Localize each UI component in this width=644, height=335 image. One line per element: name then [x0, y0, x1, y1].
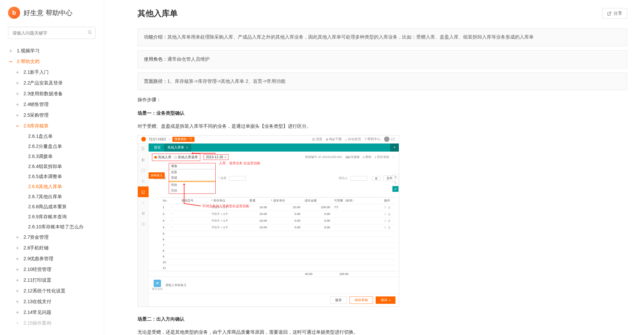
plus-icon [15, 80, 20, 86]
help-icon: ? 帮助中心 [365, 137, 381, 142]
nav-2-7[interactable]: 2.7资金管理 [15, 232, 96, 243]
share-label: 分享 [613, 10, 622, 16]
plus-icon [15, 102, 20, 107]
delete-icon: 🗑 [388, 212, 391, 216]
scene1-title: 场景一：业务类型确认 [138, 109, 627, 117]
tool-shortcut: ⌨ 快捷键 [345, 155, 360, 159]
nav-label: 2.12系统个性化设置 [23, 288, 65, 294]
rail-icon: ◐ [138, 154, 149, 165]
ss-type-box: 其他入库 其他入库退库 [152, 154, 200, 161]
search-input[interactable] [8, 27, 96, 39]
nav-2-6-6[interactable]: 2.6.6其他入库单 [28, 182, 96, 192]
nav-label: 2.8手机旺铺 [23, 245, 49, 251]
share-button[interactable]: 分享 [602, 8, 627, 19]
table-row: 6 [161, 236, 395, 242]
dd-selected: 请选 [169, 163, 215, 169]
nav-2-6-3[interactable]: 2.6.3调拨单 [28, 152, 96, 162]
nav-label: 2.帮助文档 [17, 59, 40, 65]
nav-label: 2.6.2分量盘点单 [28, 144, 62, 150]
filter-label: 经办人 [339, 176, 348, 180]
nav-label: 2.3使用前数据准备 [23, 91, 63, 97]
nav-docs[interactable]: 2.帮助文档 [8, 56, 96, 67]
nav-2-2[interactable]: 2.2产品安装及登录 [15, 78, 96, 89]
intro-text: 其他入库单用来处理除采购入库、产成品入库之外的其他入库业务，因此其他入库单可处理… [167, 34, 534, 40]
th-no: No. [161, 198, 169, 204]
ss-side-icons: ⊞ ✎ ⤢ [392, 174, 399, 192]
dd-item: 其他 [169, 188, 215, 193]
remark-label: 备注信息 [152, 287, 163, 291]
nav-2-11[interactable]: 2.11打印设置 [15, 275, 96, 286]
plus-icon [15, 278, 20, 283]
intro-box: 功能介绍：其他入库单用来处理除采购入库、产成品入库之外的其他入库业务，因此其他入… [138, 28, 627, 46]
nav-label: 2.11打印设置 [23, 277, 51, 283]
nav-label: 2.14常见问题 [23, 310, 51, 316]
nav-2-6-1[interactable]: 2.6.1盘点单 [28, 131, 96, 142]
rail-icon: ☰ [138, 144, 149, 154]
page-title: 其他入库单 [138, 8, 178, 19]
scene2-title: 场景二：出入方向确认 [138, 315, 627, 323]
table-row: 5 [161, 231, 395, 236]
plus-icon [15, 267, 20, 272]
nav-2-6-4[interactable]: 2.6.4组装拆卸单 [28, 162, 96, 172]
radio-ret: 其他入库退库 [174, 155, 198, 160]
app-icon: ⊕ App下载 [326, 137, 342, 142]
nav-2-6-7[interactable]: 2.6.7其他出库单 [28, 192, 96, 202]
path-box: 页面路径：1、库存核算->库存管理->其他入库单 2、首页->常用功能 [138, 72, 627, 91]
nav-video[interactable]: 1.视频学习 [8, 46, 96, 56]
ss-tab-active: 其他入库单× [164, 144, 191, 152]
nav-2-6-10[interactable]: 2.6.10库存账本错了怎么办 [28, 222, 96, 232]
nav-2-1[interactable]: 2.1新手入门 [15, 67, 96, 78]
nav-label: 2.15操作案例 [23, 320, 51, 326]
nav-label: 2.6.7其他出库单 [28, 194, 62, 200]
total-qty: 40.00 [305, 272, 313, 276]
ss-tab-close: × [390, 144, 399, 152]
nav-2-9[interactable]: 2.9优惠券管理 [15, 254, 96, 264]
search-icon[interactable] [88, 30, 92, 36]
total-amt: 100.00 [339, 272, 348, 276]
nav-2-6-2[interactable]: 2.6.2分量盘点单 [28, 142, 96, 152]
table-row: 10 [161, 259, 395, 265]
table-row: 8 [161, 248, 395, 254]
copy-icon: ⎘ [384, 226, 386, 229]
minus-icon [8, 59, 13, 64]
nav-label: 2.1新手入门 [23, 69, 49, 75]
nav-2-4[interactable]: 2.4销售管理 [15, 99, 96, 110]
nav-2-14[interactable]: 2.14常见问题 [15, 307, 96, 318]
side-icon: ✎ [392, 180, 399, 186]
nav-label: 2.6.1盘点单 [28, 133, 53, 139]
th-stock: 可用量（标准） [332, 198, 379, 204]
nav-2-12[interactable]: 2.12系统个性化设置 [15, 286, 96, 296]
ss-biztype-dropdown: 请选 盘盈 受赠 初始 其他 [169, 163, 216, 194]
nav-2-6[interactable]: 2.6库存核算 [15, 121, 96, 131]
nav-2-13[interactable]: 2.13在线支付 [15, 296, 96, 307]
nav-label: 2.6库存核算 [23, 123, 49, 129]
th-price: * 成本单价 [269, 198, 303, 204]
nav-2-8[interactable]: 2.8手机旺铺 [15, 243, 96, 254]
home-icon: ⌂ 自动首页 [345, 137, 361, 142]
logo-icon: b [8, 7, 20, 19]
delete-icon: 🗑 [388, 226, 391, 229]
svg-point-0 [88, 31, 91, 33]
logo: b 好生意 帮助中心 [8, 7, 96, 19]
btn-draft: 保存草稿 [350, 296, 373, 304]
nav-2-15[interactable]: 2.15操作案例 [15, 318, 96, 329]
rail-icon: ⌂ [138, 197, 149, 208]
table-row: 11 [161, 265, 395, 271]
nav-2-6-5[interactable]: 2.6.5成本调整单 [28, 172, 96, 182]
nav-label: 2.6.10库存账本错了怎么办 [28, 224, 84, 230]
page-header: 其他入库单 分享 [138, 8, 627, 19]
tool-more: ⋯ [392, 155, 395, 159]
th-op: 操作 [379, 198, 395, 204]
copy-icon: ⎘ [384, 206, 386, 209]
nav-2-6-8[interactable]: 2.6.8商品成本重算 [28, 202, 96, 212]
nav-2-5[interactable]: 2.5采购管理 [15, 110, 96, 121]
plus-icon [15, 91, 20, 97]
nav-2-3[interactable]: 2.3使用前数据准备 [15, 89, 96, 99]
nav-2-6-9[interactable]: 2.6.9库存账本查询 [28, 212, 96, 222]
nav-2-10[interactable]: 2.10经营管理 [15, 264, 96, 275]
minus-icon [15, 123, 20, 129]
nav-label: 1.视频学习 [17, 48, 40, 54]
ss-main: 首页 其他入库单× × 其他入库 其他入库退库 2019-12-26 ▾ [149, 144, 399, 306]
tool-history: ≡ 历史单据 [375, 155, 389, 159]
ss-remark: ✉ 备注信息 [149, 277, 399, 293]
